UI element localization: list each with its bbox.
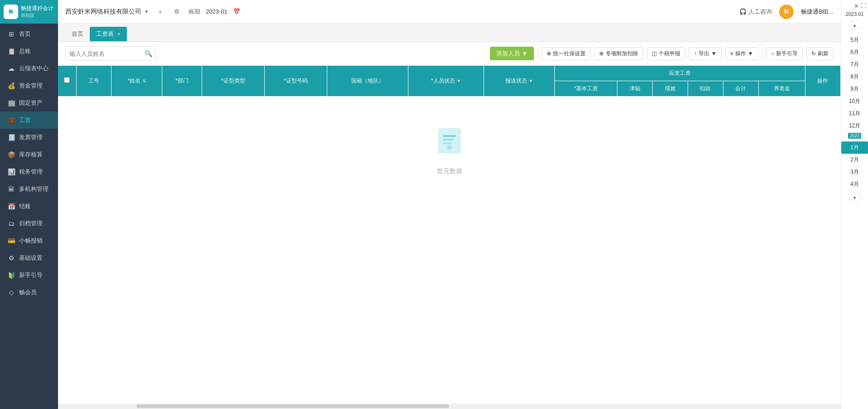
sidebar-item-cloud-report[interactable]: ☁ 云报表中心: [0, 60, 58, 77]
divider-2: [762, 49, 762, 58]
th-performance: 绩效: [653, 81, 688, 97]
tax-report-button[interactable]: ◫ 个税申报: [647, 47, 685, 60]
panel-month-9[interactable]: 9月: [841, 83, 868, 95]
sidebar-item-archive[interactable]: 🗂 归档管理: [0, 215, 58, 232]
customer-service-button[interactable]: 🎧 人工咨询: [739, 8, 772, 16]
svg-text:?: ?: [448, 146, 451, 150]
period-value: 2023-01: [206, 8, 228, 15]
export-icon: ↑: [694, 50, 697, 57]
th-name: *姓名 ⇅: [112, 66, 162, 96]
panel-month-8[interactable]: 8月: [841, 71, 868, 83]
tab-salary[interactable]: 工资表 ×: [90, 27, 127, 41]
sidebar-item-inventory[interactable]: 📦 库存核算: [0, 146, 58, 163]
panel-prev-btn[interactable]: ▲: [849, 19, 860, 30]
main-content: 西安虾米网络科技有限公司 ▼ ＋ ⚙ 账期 2023-01 📅 🎧 人工咨询 畅…: [58, 0, 841, 409]
sidebar-item-member[interactable]: ◇ 畅会员: [0, 284, 58, 301]
calendar-icon[interactable]: 📅: [233, 8, 240, 15]
sidebar-item-invoice[interactable]: 🧾 发票管理: [0, 129, 58, 146]
special-deduction-button[interactable]: ⊕ 专项附加扣除: [594, 47, 643, 60]
add-person-button[interactable]: 添加人员 ▼: [490, 47, 534, 60]
export-button[interactable]: ↑ 导出 ▼: [689, 47, 722, 60]
refresh-button[interactable]: ↻ 刷新: [806, 47, 834, 60]
th-empno: 工号: [76, 66, 112, 96]
sidebar-item-label-cloud-report: 云报表中心: [19, 64, 48, 73]
sidebar-item-multi-org[interactable]: 🏛 多机构管理: [0, 180, 58, 198]
cloud-report-icon: ☁: [7, 65, 15, 72]
empty-icon: ?: [432, 124, 468, 160]
panel-month-12[interactable]: 12月: [841, 120, 868, 132]
export-label: 导出: [698, 50, 709, 58]
close-icon: 📅: [7, 203, 15, 210]
th-pension: 养老金: [758, 81, 805, 97]
panel-month-5[interactable]: 5月: [841, 34, 868, 46]
settings-icon[interactable]: ⚙: [170, 5, 183, 18]
panel-expand-icon[interactable]: ⛶: [861, 3, 866, 10]
home-icon: ⊞: [7, 30, 15, 38]
panel-month-3[interactable]: 3月: [841, 166, 868, 178]
tax-report-label: 个税申报: [659, 50, 680, 58]
panel-year-badge: 2023: [848, 133, 861, 139]
operations-button[interactable]: ≡ 操作 ▼: [725, 47, 758, 60]
panel-month-11[interactable]: 11月: [841, 107, 868, 120]
sidebar-item-fund[interactable]: 💰 资金管理: [0, 77, 58, 94]
social-security-label: 统一社保设置: [553, 50, 586, 58]
operations-dropdown-icon: ▼: [748, 50, 753, 57]
sidebar-item-label-multi-org: 多机构管理: [19, 185, 48, 193]
status-filter-icon[interactable]: ▼: [456, 78, 461, 83]
social-security-button[interactable]: ⊕ 统一社保设置: [542, 47, 591, 60]
panel-next-btn[interactable]: ▼: [849, 192, 860, 203]
add-company-button[interactable]: ＋: [154, 5, 167, 18]
panel-month-2[interactable]: 2月: [841, 154, 868, 166]
sidebar-item-settings[interactable]: ⚙ 基础设置: [0, 249, 58, 267]
scrollbar-thumb[interactable]: [136, 404, 450, 408]
tabbar: 首页 工资表 ×: [58, 24, 841, 42]
ledger-icon: 📋: [7, 48, 15, 55]
sidebar-item-home[interactable]: ⊞ 首页: [0, 25, 58, 43]
sidebar-item-ledger[interactable]: 📋 总账: [0, 43, 58, 60]
sidebar-item-label-tax: 税务管理: [19, 168, 43, 176]
sidebar-item-guide[interactable]: 🔰 新手引导: [0, 267, 58, 284]
divider-1: [538, 49, 538, 58]
empty-state: ? 暂无数据: [58, 97, 841, 203]
th-deduction: 扣款: [688, 81, 723, 97]
logo-icon: 畅: [4, 5, 18, 19]
sidebar-item-label-fund: 资金管理: [19, 82, 43, 90]
panel-month-10[interactable]: 10月: [841, 95, 868, 107]
th-status: *人员状态 ▼: [408, 66, 484, 96]
sidebar-item-fixed-asset[interactable]: 🏢 固定资产: [0, 94, 58, 112]
th-salary-group: 应发工资: [554, 66, 805, 81]
sidebar-item-label-guide: 新手引导: [19, 271, 43, 279]
select-all-checkbox[interactable]: [64, 77, 70, 83]
sidebar-item-expense[interactable]: 💳 小畅报销: [0, 232, 58, 249]
customer-service-label: 人工咨询: [748, 8, 772, 16]
tab-home[interactable]: 首页: [65, 27, 90, 41]
new-guide-button[interactable]: ○ 新手引导: [766, 47, 803, 60]
sidebar-item-tax[interactable]: 📊 税务管理: [0, 163, 58, 180]
salary-icon: 💼: [7, 117, 15, 124]
fixed-asset-icon: 🏢: [7, 99, 15, 107]
user-avatar[interactable]: 畅: [779, 5, 794, 19]
topbar: 西安虾米网络科技有限公司 ▼ ＋ ⚙ 账期 2023-01 📅 🎧 人工咨询 畅…: [58, 0, 841, 24]
tab-salary-close[interactable]: ×: [117, 31, 121, 37]
panel-month-7[interactable]: 7月: [841, 58, 868, 71]
headphone-icon: 🎧: [739, 8, 747, 15]
toolbar: 🔍 添加人员 ▼ ⊕ 统一社保设置 ⊕ 专项附加扣除 ◫ 个税申报: [58, 42, 841, 66]
panel-month-6[interactable]: 6月: [841, 46, 868, 58]
sidebar-item-close[interactable]: 📅 结账: [0, 198, 58, 215]
refresh-icon: ↻: [811, 50, 816, 57]
panel-close-icon[interactable]: ✕: [854, 3, 859, 10]
report-status-filter-icon[interactable]: ▼: [529, 78, 533, 83]
th-actions: 操作: [805, 66, 840, 96]
sidebar-item-salary[interactable]: 💼 工资: [0, 112, 58, 129]
search-icon[interactable]: 🔍: [145, 50, 152, 57]
inventory-icon: 📦: [7, 151, 15, 158]
name-sort-icon[interactable]: ⇅: [142, 78, 146, 83]
company-selector[interactable]: 西安虾米网络科技有限公司 ▼: [65, 8, 149, 16]
user-name[interactable]: 畅捷通B组...: [801, 8, 834, 16]
panel-month-4[interactable]: 4月: [841, 178, 868, 190]
horizontal-scrollbar[interactable]: [58, 404, 841, 409]
panel-month-1[interactable]: 1月: [841, 141, 868, 154]
search-input[interactable]: [65, 46, 156, 61]
toolbar-right: 添加人员 ▼ ⊕ 统一社保设置 ⊕ 专项附加扣除 ◫ 个税申报 ↑: [490, 47, 834, 60]
panel-controls: ✕ ⛶: [841, 2, 868, 10]
